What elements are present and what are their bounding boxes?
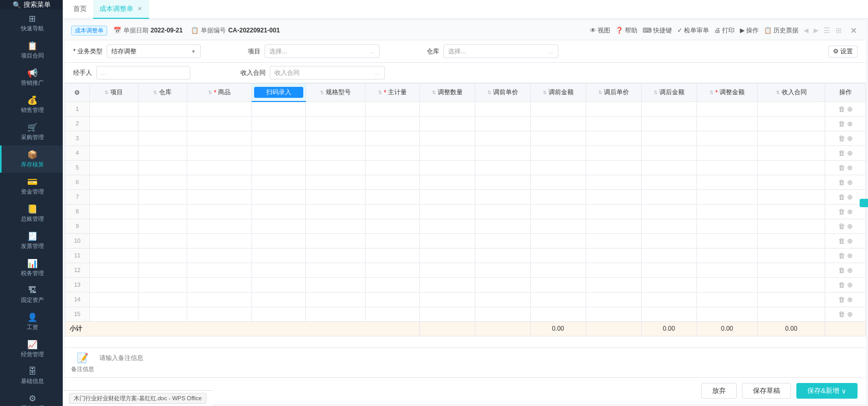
cell-5-0[interactable] [89,160,138,175]
cell-6-8[interactable] [530,175,586,189]
cell-6-4[interactable] [306,175,366,189]
cell-1-11[interactable] [696,102,757,116]
cell-15-4[interactable] [306,307,366,321]
cell-3-1[interactable] [138,131,187,145]
cell-2-12[interactable] [758,116,825,131]
cell-12-11[interactable] [696,263,757,277]
cell-8-10[interactable] [641,204,696,219]
cell-3-9[interactable] [586,131,641,145]
cell-11-11[interactable] [696,248,757,263]
cell-9-2[interactable] [187,219,252,233]
tab-cost-adjust-close[interactable]: ✕ [136,5,143,12]
handler-input[interactable]: ... [96,66,190,80]
cell-9-4[interactable] [306,219,366,233]
tab-cost-adjust[interactable]: 成本调整单 ✕ [93,0,149,19]
cell-14-3[interactable] [252,292,305,307]
cell-6-1[interactable] [138,175,187,189]
cell-3-7[interactable] [475,131,530,145]
cell-9-3[interactable] [252,219,305,233]
cell-5-11[interactable] [696,160,757,175]
cell-3-6[interactable] [419,131,475,145]
cell-6-6[interactable] [419,175,475,189]
cell-9-8[interactable] [530,219,586,233]
sidebar-item-finance[interactable]: 💳资金管理 [0,173,63,200]
cell-2-9[interactable] [586,116,641,131]
cell-15-8[interactable] [530,307,586,321]
save-new-button[interactable]: 保存&新增 ∨ [796,383,858,399]
cell-12-0[interactable] [89,263,138,277]
toolbar-shortcut[interactable]: ⌨ 快捷键 [643,26,672,35]
cell-2-8[interactable] [530,116,586,131]
cell-11-8[interactable] [530,248,586,263]
cell-1-0[interactable] [89,102,138,116]
cell-11-3[interactable] [252,248,305,263]
cell-7-11[interactable] [696,189,757,204]
cell-3-3[interactable] [252,131,305,145]
cell-13-5[interactable] [366,277,419,292]
sidebar-item-salary[interactable]: 👤工资 [0,308,63,335]
delete-icon-13[interactable]: 🗑 [838,281,845,289]
cell-10-12[interactable] [758,233,825,248]
cell-8-5[interactable] [366,204,419,219]
copy-icon-11[interactable]: ⊕ [847,252,853,260]
cell-15-6[interactable] [419,307,475,321]
cell-8-11[interactable] [696,204,757,219]
copy-icon-7[interactable]: ⊕ [847,193,853,201]
cell-2-6[interactable] [419,116,475,131]
settings-button[interactable]: ⚙ 设置 [828,46,858,58]
cell-3-0[interactable] [89,131,138,145]
cell-7-10[interactable] [641,189,696,204]
cell-15-9[interactable] [586,307,641,321]
cell-3-10[interactable] [641,131,696,145]
sidebar-item-project-contract[interactable]: 📋项目合同 [0,37,63,64]
cell-11-7[interactable] [475,248,530,263]
cell-2-11[interactable] [696,116,757,131]
cell-7-8[interactable] [530,189,586,204]
cell-14-12[interactable] [758,292,825,307]
cell-6-3[interactable] [252,175,305,189]
cell-4-8[interactable] [530,145,586,160]
copy-icon-1[interactable]: ⊕ [847,105,853,113]
copy-icon-5[interactable]: ⊕ [847,164,853,172]
cell-6-7[interactable] [475,175,530,189]
delete-icon-8[interactable]: 🗑 [838,208,845,216]
cell-11-10[interactable] [641,248,696,263]
cell-10-3[interactable] [252,233,305,248]
cell-4-5[interactable] [366,145,419,160]
cell-13-9[interactable] [586,277,641,292]
cell-7-9[interactable] [586,189,641,204]
cell-10-6[interactable] [419,233,475,248]
sidebar-item-quick-nav[interactable]: ⊞快速导航 [0,9,63,37]
cell-11-2[interactable] [187,248,252,263]
cell-2-4[interactable] [306,116,366,131]
delete-icon-14[interactable]: 🗑 [838,296,845,303]
cell-14-11[interactable] [696,292,757,307]
sidebar-item-base-info[interactable]: 🗄基础信息 [0,363,63,389]
cell-2-2[interactable] [187,116,252,131]
cell-1-4[interactable] [306,102,366,116]
cell-14-5[interactable] [366,292,419,307]
business-type-input[interactable]: 结存调整 ▼ [107,44,201,58]
cell-12-4[interactable] [306,263,366,277]
cell-8-3[interactable] [252,204,305,219]
cell-13-12[interactable] [758,277,825,292]
cell-12-3[interactable] [252,263,305,277]
sidebar-item-marketing[interactable]: 📢营销推广 [0,64,63,91]
cell-9-9[interactable] [586,219,641,233]
cell-11-5[interactable] [366,248,419,263]
cell-7-2[interactable] [187,189,252,204]
cell-14-10[interactable] [641,292,696,307]
cell-1-8[interactable] [530,102,586,116]
cell-4-3[interactable] [252,145,305,160]
cell-12-5[interactable] [366,263,419,277]
cell-14-4[interactable] [306,292,366,307]
cell-12-12[interactable] [758,263,825,277]
delete-icon-10[interactable]: 🗑 [838,237,845,245]
copy-icon-15[interactable]: ⊕ [847,310,853,318]
cell-9-11[interactable] [696,219,757,233]
delete-icon-12[interactable]: 🗑 [838,266,845,274]
cell-15-7[interactable] [475,307,530,321]
cell-1-7[interactable] [475,102,530,116]
copy-icon-10[interactable]: ⊕ [847,237,853,245]
col-scan[interactable]: 扫码录入 [252,84,305,102]
